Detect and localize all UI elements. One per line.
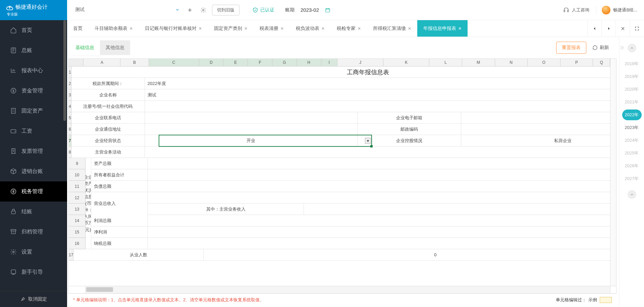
year-2025年[interactable]: 2025年 — [622, 148, 642, 159]
tab-2[interactable]: 日记账与银行对账单核对✕ — [139, 20, 208, 37]
col-header-P[interactable]: P — [560, 59, 593, 66]
row-header-8[interactable]: 8 — [69, 146, 71, 158]
row-header-12[interactable]: 12 — [69, 192, 86, 204]
col-header-N[interactable]: N — [495, 59, 528, 66]
year-2021年[interactable]: 2021年 — [622, 97, 642, 107]
col-header-O[interactable]: O — [528, 59, 560, 66]
tab-scroll-right[interactable] — [602, 20, 616, 37]
subtab-0[interactable]: 基础信息 — [70, 40, 100, 55]
horizontal-scrollbar[interactable] — [69, 286, 616, 293]
col-header-D[interactable]: D — [199, 59, 224, 66]
tab-fullscreen[interactable] — [630, 20, 644, 37]
tab-5[interactable]: 税负波动表✕ — [290, 20, 331, 37]
tab-3[interactable]: 固定资产类别✕ — [208, 20, 254, 37]
sidebar-item-archive[interactable]: 归档管理 — [0, 222, 67, 242]
refresh-button[interactable]: 刷新 — [592, 45, 609, 51]
support-link[interactable]: 人工咨询 — [563, 7, 589, 13]
tab-8[interactable]: 年报信息申报表✕ — [417, 20, 468, 37]
value-cell[interactable] — [148, 192, 610, 203]
tab-1[interactable]: 斗目辅助余额表✕ — [89, 20, 139, 37]
year-2020年[interactable]: 2020年 — [622, 84, 642, 95]
value-cell[interactable] — [148, 169, 610, 180]
column-header[interactable]: ABCDEFGHIJKLMNOPQ — [69, 59, 610, 67]
dropdown-arrow[interactable]: ▼ — [365, 138, 371, 144]
value-cell[interactable]: 私营企业 — [461, 135, 610, 146]
row-header-3[interactable]: 3 — [69, 89, 71, 101]
row-header-14[interactable]: 14 — [69, 215, 86, 226]
value-cell[interactable] — [148, 238, 610, 249]
tab-close-icon[interactable]: ✕ — [458, 26, 462, 31]
tab-close-icon[interactable]: ✕ — [358, 26, 361, 31]
value-cell[interactable] — [145, 101, 610, 112]
sidebar-item-invoice[interactable]: 发票管理 — [0, 141, 67, 161]
row-header-1[interactable]: 1 — [69, 67, 71, 78]
col-header-J[interactable]: J — [337, 59, 383, 66]
col-header-H[interactable]: H — [297, 59, 321, 66]
row-header-10[interactable]: 10 — [69, 169, 86, 181]
sidebar-item-guide[interactable]: 新手引导 — [0, 262, 67, 282]
col-header-K[interactable]: K — [383, 59, 429, 66]
row-header-11[interactable]: 11 — [69, 181, 86, 192]
sidebar-unpin[interactable]: 取消固定 — [0, 291, 67, 307]
row-header-2[interactable]: 2 — [69, 78, 71, 89]
value-cell[interactable] — [148, 226, 610, 237]
value-cell[interactable] — [461, 112, 610, 123]
tab-close-icon[interactable]: ✕ — [244, 26, 248, 31]
col-header-Q[interactable]: Q — [593, 59, 610, 66]
row-header-13[interactable]: 13 — [69, 204, 86, 215]
col-header-F[interactable]: F — [248, 59, 272, 66]
value-cell[interactable] — [145, 112, 358, 123]
subtab-1[interactable]: 其他信息 — [100, 40, 130, 55]
reset-report-button[interactable]: 重置报表 — [556, 42, 586, 54]
col-header-C[interactable]: C — [149, 59, 199, 66]
year-2026年[interactable]: 2026年 — [622, 161, 642, 171]
settings-button[interactable] — [199, 5, 208, 15]
tab-close-icon[interactable]: ✕ — [321, 26, 325, 31]
row-header-9[interactable]: 9 — [69, 158, 86, 169]
tab-close-icon[interactable]: ✕ — [280, 26, 284, 31]
calendar-icon[interactable] — [325, 7, 330, 13]
value-cell[interactable] — [304, 204, 610, 215]
tab-close-icon[interactable]: ✕ — [129, 26, 133, 31]
tab-scroll-left[interactable] — [588, 20, 602, 37]
value-cell[interactable] — [461, 124, 610, 135]
value-cell[interactable] — [148, 181, 610, 192]
col-header-L[interactable]: L — [429, 59, 462, 66]
user-menu[interactable]: 畅捷通B组... — [596, 6, 637, 14]
year-2023年[interactable]: 2023年 — [622, 122, 642, 133]
col-header-I[interactable]: I — [321, 59, 338, 66]
sidebar-item-settings[interactable]: 设置 — [0, 242, 67, 262]
tab-close-all[interactable] — [616, 20, 630, 37]
sidebar-item-tax[interactable]: 税务管理 — [0, 181, 67, 202]
tab-close-icon[interactable]: ✕ — [408, 26, 411, 31]
sheet-body[interactable]: 1工商年报信息表2税款所属期间：2022年度3企业名称测试4注册号/统一社会信用… — [69, 67, 610, 286]
row-header-5[interactable]: 5 — [69, 112, 71, 124]
scrollbar-thumb[interactable] — [86, 287, 113, 292]
row-header-17[interactable]: 17 — [69, 249, 73, 261]
tab-0[interactable]: 首页 — [67, 20, 89, 37]
tab-6[interactable]: 税检专家✕ — [331, 20, 367, 37]
tab-7[interactable]: 所得税汇算清缴✕ — [367, 20, 417, 37]
sidebar-scrollbar[interactable] — [63, 20, 66, 121]
value-cell[interactable] — [145, 124, 358, 135]
sidebar-item-salary[interactable]: 工资 — [0, 121, 67, 141]
year-2019年[interactable]: 2019年 — [622, 71, 642, 82]
value-cell[interactable] — [148, 158, 610, 169]
value-cell[interactable]: 测试 — [145, 89, 610, 100]
add-button[interactable] — [185, 5, 195, 15]
account-select[interactable]: 测试 — [74, 4, 181, 16]
col-header-M[interactable]: M — [462, 59, 495, 66]
value-cell[interactable]: 0 — [204, 249, 610, 260]
year-2024年[interactable]: 2024年 — [622, 135, 642, 146]
year-2027年[interactable]: 2027年 — [622, 173, 642, 184]
spreadsheet[interactable]: ABCDEFGHIJKLMNOPQ 1工商年报信息表2税款所属期间：2022年度… — [68, 58, 616, 294]
sidebar-item-home[interactable]: 首页 — [0, 20, 67, 40]
col-header-E[interactable]: E — [223, 59, 248, 66]
sidebar-item-inventory[interactable]: 进销台账 — [0, 161, 67, 181]
year-2018年[interactable]: 2018年 — [622, 58, 642, 69]
period-value[interactable]: 2023-02 — [301, 7, 319, 13]
row-header-7[interactable]: 7 — [69, 135, 71, 146]
collapse-rail-icon[interactable] — [618, 44, 625, 51]
sidebar-item-reports[interactable]: 报表中心 — [0, 60, 67, 81]
col-header-G[interactable]: G — [272, 59, 297, 66]
